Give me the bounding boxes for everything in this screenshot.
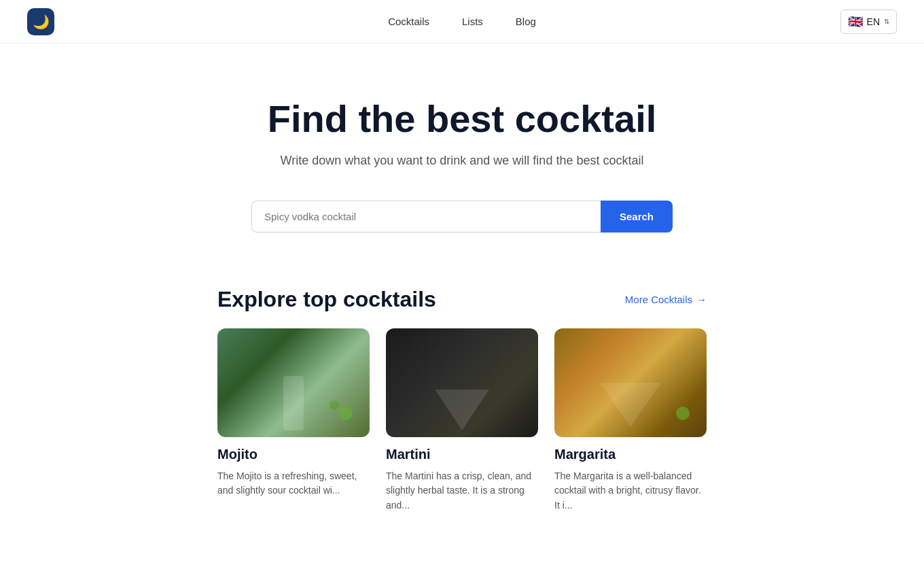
cocktail-image-mojito: [217, 328, 370, 437]
cocktail-description-martini: The Martini has a crisp, clean, and slig…: [386, 469, 538, 513]
cocktail-name-mojito: Mojito: [217, 447, 370, 462]
explore-section: Explore top cocktails More Cocktails → M…: [190, 273, 734, 554]
cocktail-description-mojito: The Mojito is a refreshing, sweet, and s…: [217, 469, 370, 498]
more-cocktails-label: More Cocktails: [625, 294, 692, 305]
lang-code: EN: [867, 16, 880, 27]
search-input[interactable]: [251, 201, 601, 233]
garnish-lime-margarita: [676, 407, 690, 420]
cocktail-name-margarita: Margarita: [554, 447, 707, 462]
explore-header: Explore top cocktails More Cocktails →: [217, 287, 707, 312]
hero-title: Find the best cocktail: [183, 98, 741, 140]
cocktail-image-margarita: [554, 328, 707, 437]
explore-title: Explore top cocktails: [217, 287, 436, 312]
garnish-lime-2: [330, 400, 339, 410]
language-selector[interactable]: 🇬🇧 EN ⇅: [840, 10, 897, 34]
garnish-lime: [339, 407, 353, 420]
cocktail-card-mojito[interactable]: Mojito The Mojito is a refreshing, sweet…: [217, 328, 370, 513]
hero-subtitle: Write down what you want to drink and we…: [183, 154, 741, 168]
search-container: Search: [251, 201, 673, 233]
flag-icon: 🇬🇧: [848, 14, 863, 29]
cocktail-cards: Mojito The Mojito is a refreshing, sweet…: [217, 328, 707, 513]
hero-section: Find the best cocktail Write down what y…: [156, 44, 768, 273]
cocktail-description-margarita: The Margarita is a well-balanced cocktai…: [554, 469, 707, 513]
cocktail-image-martini: [386, 328, 538, 437]
nav-lists[interactable]: Lists: [462, 16, 483, 27]
navbar-right: 🇬🇧 EN ⇅: [840, 10, 897, 34]
arrow-icon: →: [696, 294, 707, 305]
navbar: 🌙 Cocktails Lists Blog 🇬🇧 EN ⇅: [0, 0, 924, 44]
search-button[interactable]: Search: [601, 201, 673, 233]
logo-icon: 🌙: [27, 8, 54, 35]
chevron-icon: ⇅: [884, 18, 889, 25]
cocktail-card-margarita[interactable]: Margarita The Margarita is a well-balanc…: [554, 328, 707, 513]
cocktail-card-martini[interactable]: Martini The Martini has a crisp, clean, …: [386, 328, 538, 513]
logo[interactable]: 🌙: [27, 8, 54, 35]
more-cocktails-link[interactable]: More Cocktails →: [625, 294, 707, 305]
navbar-links: Cocktails Lists Blog: [388, 16, 536, 27]
nav-cocktails[interactable]: Cocktails: [388, 16, 429, 27]
cocktail-name-martini: Martini: [386, 447, 538, 462]
nav-blog[interactable]: Blog: [516, 16, 536, 27]
